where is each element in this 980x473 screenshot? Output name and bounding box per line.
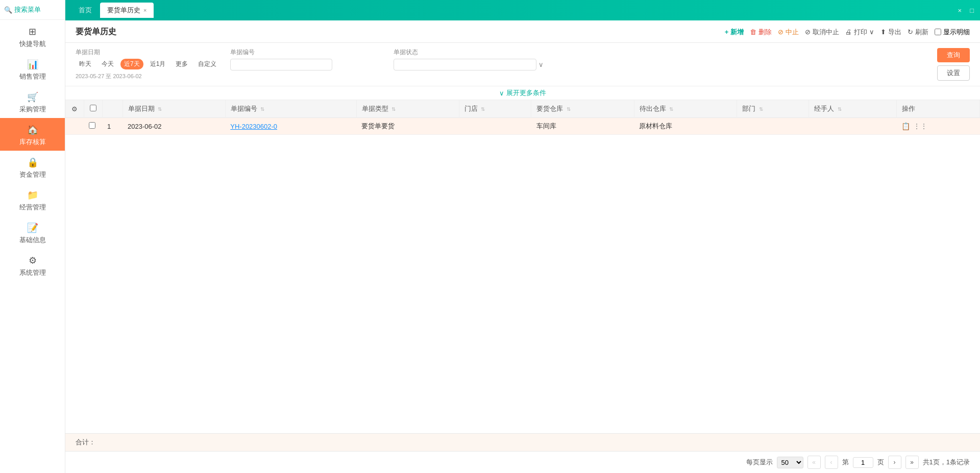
- sidebar-search-label: 搜索菜单: [14, 5, 41, 14]
- cancel-stop-icon: ⊘: [805, 28, 811, 36]
- col-store[interactable]: 门店 ⇅: [459, 100, 531, 118]
- chevron-down-icon: ∨: [499, 89, 504, 97]
- page-title: 要货单历史: [76, 27, 116, 37]
- bill-no-link[interactable]: YH-20230602-0: [230, 123, 277, 130]
- bill-no-input[interactable]: [230, 59, 332, 70]
- row-billno-cell[interactable]: YH-20230602-0: [225, 118, 356, 135]
- delete-icon: 🗑: [750, 28, 756, 36]
- bill-status-dropdown-icon[interactable]: ∨: [538, 61, 544, 68]
- sidebar-item-label: 资金管理: [19, 170, 46, 179]
- sidebar-item-label: 采购管理: [19, 105, 46, 114]
- print-icon: 🖨: [845, 28, 852, 36]
- col-date[interactable]: 单据日期 ⇅: [122, 100, 225, 118]
- col-billno[interactable]: 单据编号 ⇅: [225, 100, 356, 118]
- export-icon: ⬆: [880, 28, 886, 36]
- date-btn-7days[interactable]: 近7天: [120, 59, 143, 69]
- sidebar-item-basic[interactable]: 📝 基础信息: [0, 216, 65, 249]
- sidebar-item-operation[interactable]: 📁 经营管理: [0, 183, 65, 216]
- inventory-icon: 🏠: [27, 124, 38, 135]
- last-page-button[interactable]: »: [905, 456, 919, 469]
- next-page-button[interactable]: ›: [888, 456, 901, 469]
- tab-home-label: 首页: [79, 6, 92, 15]
- date-btn-custom[interactable]: 自定义: [194, 59, 220, 69]
- col-settings[interactable]: ⚙: [65, 100, 84, 118]
- bill-no-label: 单据编号: [230, 48, 383, 57]
- date-btn-yesterday[interactable]: 昨天: [76, 59, 95, 69]
- date-btn-more[interactable]: 更多: [172, 59, 191, 69]
- stop-icon: ⊘: [778, 28, 783, 36]
- date-range-display: 2023-05-27 至 2023-06-02: [76, 73, 220, 80]
- table-area: ⚙ 单据日期 ⇅ 单据编号 ⇅ 单据类型 ⇅ 门店 ⇅ 要货仓库 ⇅ 待出仓库 …: [65, 100, 980, 433]
- sidebar-item-label: 基础信息: [19, 235, 46, 245]
- export-button[interactable]: ⬆ 导出: [880, 28, 901, 37]
- sidebar-item-quick-nav[interactable]: ⊞ 快捷导航: [0, 20, 65, 53]
- operation-icon: 📁: [27, 190, 38, 201]
- filter-actions: 查询 设置: [937, 48, 970, 81]
- tab-requisition-history[interactable]: 要货单历史 ×: [100, 3, 154, 18]
- prev-page-button[interactable]: ‹: [825, 456, 838, 469]
- tab-home[interactable]: 首页: [71, 3, 99, 18]
- row-checkbox[interactable]: [89, 122, 95, 129]
- toolbar: + 新增 🗑 删除 ⊘ 中止 ⊘ 取消中止 🖨 打: [725, 28, 970, 37]
- query-button[interactable]: 查询: [937, 48, 970, 62]
- filter-area: 单据日期 昨天 今天 近7天 近1月 更多 自定义 2023-05-27 至 2…: [65, 43, 980, 100]
- sidebar-item-label: 快捷导航: [19, 39, 46, 49]
- sidebar-item-finance[interactable]: 🔒 资金管理: [0, 151, 65, 183]
- refresh-button[interactable]: ↻ 刷新: [908, 28, 928, 37]
- sidebar-search[interactable]: 🔍 搜索菜单: [0, 0, 65, 20]
- col-handler[interactable]: 经手人 ⇅: [809, 100, 896, 118]
- stop-button[interactable]: ⊘ 中止: [778, 28, 799, 37]
- title-row: 要货单历史 + 新增 🗑 删除 ⊘ 中止 ⊘ 取消中止: [76, 27, 970, 37]
- finance-icon: 🔒: [27, 157, 38, 168]
- page-number-input[interactable]: [853, 457, 873, 468]
- topnav-close-icon[interactable]: ×: [958, 7, 962, 14]
- row-billtype-cell: 要货单要货: [356, 118, 459, 135]
- tab-requisition-label: 要货单历史: [107, 6, 140, 15]
- col-pending-warehouse[interactable]: 待出仓库 ⇅: [634, 100, 737, 118]
- expand-more-bar[interactable]: ∨ 展开更多条件: [65, 86, 980, 100]
- bill-status-label: 单据状态: [394, 48, 572, 57]
- sidebar-item-label: 库存核算: [19, 137, 46, 147]
- date-filter-controls: 昨天 今天 近7天 近1月 更多 自定义: [76, 59, 220, 69]
- show-detail-label[interactable]: 显示明细: [935, 28, 970, 37]
- search-icon: 🔍: [4, 6, 12, 14]
- system-icon: ⚙: [29, 255, 37, 266]
- page-label-pre: 第: [842, 458, 849, 467]
- row-edit-icon[interactable]: 📋: [901, 122, 910, 130]
- refresh-icon: ↻: [908, 28, 913, 36]
- bill-status-input[interactable]: [394, 59, 536, 70]
- main-area: 首页 要货单历史 × × □ 要货单历史 + 新增 🗑 删除: [65, 0, 980, 473]
- date-btn-today[interactable]: 今天: [98, 59, 117, 69]
- col-billtype[interactable]: 单据类型 ⇅: [356, 100, 459, 118]
- print-dropdown-icon: ∨: [869, 28, 874, 36]
- sidebar-item-system[interactable]: ⚙ 系统管理: [0, 249, 65, 281]
- add-button[interactable]: + 新增: [725, 28, 744, 37]
- date-btn-1month[interactable]: 近1月: [146, 59, 169, 69]
- tab-close-icon[interactable]: ×: [143, 7, 146, 13]
- print-button[interactable]: 🖨 打印 ∨: [845, 28, 874, 37]
- row-more-icon[interactable]: ⋮⋮: [913, 122, 927, 130]
- purchase-icon: 🛒: [27, 91, 38, 103]
- settings-button[interactable]: 设置: [937, 65, 970, 81]
- sidebar-item-sales[interactable]: 📊 销售管理: [0, 53, 65, 85]
- col-checkbox: [84, 100, 102, 118]
- sidebar: 🔍 搜索菜单 ⊞ 快捷导航 📊 销售管理 🛒 采购管理 🏠 库存核算 🔒 资金管…: [0, 0, 65, 473]
- per-page-select[interactable]: 10 20 50 100: [777, 457, 803, 468]
- topnav-maximize-icon[interactable]: □: [970, 7, 974, 14]
- date-filter-group: 单据日期 昨天 今天 近7天 近1月 更多 自定义 2023-05-27 至 2…: [76, 48, 220, 80]
- sidebar-item-purchase[interactable]: 🛒 采购管理: [0, 85, 65, 118]
- row-checkbox-cell: [84, 118, 102, 135]
- sidebar-item-label: 系统管理: [19, 268, 46, 277]
- cancel-stop-button[interactable]: ⊘ 取消中止: [805, 28, 839, 37]
- top-nav: 首页 要货单历史 × × □: [65, 0, 980, 20]
- col-req-warehouse[interactable]: 要货仓库 ⇅: [531, 100, 634, 118]
- first-page-button[interactable]: «: [807, 456, 821, 469]
- select-all-checkbox[interactable]: [90, 105, 96, 111]
- delete-button[interactable]: 🗑 删除: [750, 28, 772, 37]
- row-settings-cell: [65, 118, 84, 135]
- sidebar-item-inventory[interactable]: 🏠 库存核算: [0, 118, 65, 151]
- show-detail-checkbox[interactable]: [935, 29, 941, 35]
- data-table: ⚙ 单据日期 ⇅ 单据编号 ⇅ 单据类型 ⇅ 门店 ⇅ 要货仓库 ⇅ 待出仓库 …: [65, 100, 980, 135]
- col-department[interactable]: 部门 ⇅: [737, 100, 809, 118]
- page-header: 要货单历史 + 新增 🗑 删除 ⊘ 中止 ⊘ 取消中止: [65, 20, 980, 43]
